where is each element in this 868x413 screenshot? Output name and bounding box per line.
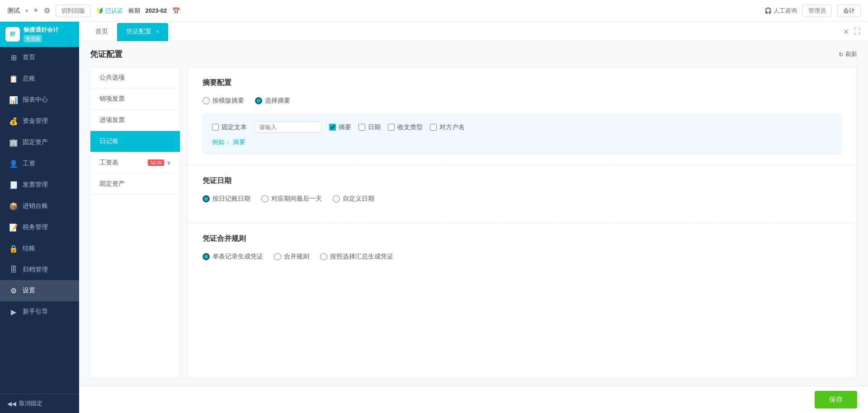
select-summary-radio[interactable]: [320, 253, 327, 260]
tab-bar: 首页 凭证配置 × ✕ ⛶: [79, 22, 868, 42]
summary-checkbox[interactable]: [329, 124, 336, 131]
new-badge: NEW: [148, 160, 164, 166]
page-content: 凭证配置 ↻ 刷新 公共选项 销项发票 进项发票: [79, 42, 868, 386]
sidebar-item-purchase-sale[interactable]: 📦 进销台账: [0, 196, 79, 217]
merge-radio-group: 单条记录生成凭证 合并规则 按照选择汇总生成凭证: [203, 253, 842, 261]
sidebar-item-home[interactable]: ⊞ 首页: [0, 47, 79, 68]
left-nav-payroll-label: 工资表: [99, 159, 118, 167]
left-nav-fixed-asset-label: 固定资产: [99, 180, 125, 188]
journal-date-radio[interactable]: [203, 195, 210, 202]
left-nav-fixed-asset[interactable]: 固定资产: [90, 174, 180, 195]
sidebar-item-salary[interactable]: 👤 工资: [0, 153, 79, 174]
sidebar-item-close[interactable]: 🔒 结账: [0, 238, 79, 259]
date-title: 凭证日期: [203, 176, 842, 186]
unpin-button[interactable]: ◀◀ 取消固定: [0, 394, 79, 413]
tab-home-label: 首页: [95, 28, 108, 35]
add-project-icon[interactable]: +: [33, 6, 38, 15]
template-radio[interactable]: [203, 97, 210, 104]
income-type-checkbox-text: 收支类型: [397, 123, 423, 131]
calendar-icon[interactable]: 📅: [172, 7, 180, 14]
fixed-text-checkbox-label[interactable]: 固定文本: [212, 123, 247, 131]
select-summary-radio-label[interactable]: 按照选择汇总生成凭证: [320, 253, 393, 261]
consult-button[interactable]: 🎧 人工咨询: [764, 7, 797, 15]
switch-version-button[interactable]: 切到旧版: [56, 5, 91, 17]
refresh-icon: ↻: [839, 51, 844, 58]
merge-rule-radio[interactable]: [274, 253, 281, 260]
sidebar-item-fund[interactable]: 💰 资金管理: [0, 111, 79, 132]
verified-badge: 🔰 已认证: [96, 7, 123, 15]
left-nav-journal[interactable]: 日记账: [90, 131, 180, 152]
bottom-bar: 保存: [79, 386, 868, 413]
counterpart-checkbox-text: 对方户名: [439, 123, 465, 131]
sidebar: 好 畅捷通好会计 专业版 ⊞ 首页 📋 总账 📊 报表中心 💰 资金管理: [0, 22, 79, 413]
sidebar-item-settings[interactable]: ⚙ 设置: [0, 280, 79, 301]
tab-close-icon[interactable]: ×: [156, 28, 159, 35]
fixed-text-checkbox[interactable]: [212, 124, 219, 131]
pro-badge: 专业版: [24, 35, 42, 42]
sidebar-item-report[interactable]: 📊 报表中心: [0, 89, 79, 111]
sidebar-item-archive[interactable]: 🗄 归档管理: [0, 259, 79, 280]
select-summary-radio-text: 按照选择汇总生成凭证: [330, 253, 393, 261]
left-nav-public[interactable]: 公共选项: [90, 67, 180, 89]
admin-button[interactable]: 管理员: [802, 5, 832, 17]
last-day-radio-label[interactable]: 对应期间最后一天: [261, 195, 322, 203]
date-section: 凭证日期 按日记账日期 对应期间最后一天: [188, 165, 857, 223]
income-type-checkbox-label[interactable]: 收支类型: [388, 123, 423, 131]
sidebar-label-settings: 设置: [23, 286, 35, 295]
left-nav: 公共选项 销项发票 进项发票 日记账 工资表 NEW: [90, 67, 180, 379]
custom-date-radio-text: 自定义日期: [343, 195, 374, 203]
sidebar-item-asset[interactable]: 🏢 固定资产: [0, 132, 79, 153]
date-radio-group: 按日记账日期 对应期间最后一天 自定义日期: [203, 195, 842, 203]
expand-tab-button[interactable]: ⛶: [854, 27, 861, 36]
left-nav-sales-label: 销项发票: [99, 95, 125, 103]
counterpart-checkbox[interactable]: [430, 124, 437, 131]
select-radio[interactable]: [255, 97, 262, 104]
tab-home[interactable]: 首页: [86, 23, 117, 41]
close-tab-button[interactable]: ✕: [843, 27, 849, 36]
custom-date-radio[interactable]: [333, 195, 340, 202]
select-radio-label[interactable]: 选择摘要: [255, 97, 290, 105]
save-button[interactable]: 保存: [815, 391, 857, 408]
template-radio-label[interactable]: 按模版摘要: [203, 97, 244, 105]
invoice-icon: 🧾: [9, 181, 18, 189]
summary-title: 摘要配置: [203, 78, 842, 88]
sidebar-item-ledger[interactable]: 📋 总账: [0, 68, 79, 89]
single-radio[interactable]: [203, 253, 210, 260]
sidebar-item-guide[interactable]: ▶ 新手引导: [0, 301, 79, 323]
last-day-radio[interactable]: [261, 195, 269, 202]
date-checkbox-label[interactable]: 日期: [359, 123, 381, 131]
summary-checkbox-text: 摘要: [339, 123, 351, 131]
fixed-text-input[interactable]: [254, 122, 322, 133]
settings-icon[interactable]: ⚙: [44, 6, 50, 15]
refresh-button[interactable]: ↻ 刷新: [839, 50, 857, 58]
merge-rule-radio-label[interactable]: 合并规则: [274, 253, 309, 261]
dropdown-icon[interactable]: ▾: [25, 8, 28, 14]
tax-icon: 📝: [9, 223, 18, 232]
journal-date-radio-label[interactable]: 按日记账日期: [203, 195, 250, 203]
sidebar-item-invoice[interactable]: 🧾 发票管理: [0, 174, 79, 196]
left-nav-payroll[interactable]: 工资表 NEW ∨: [90, 152, 180, 174]
period-label: 账期: [128, 7, 140, 15]
ledger-icon: 📋: [9, 75, 18, 83]
sidebar-item-tax[interactable]: 📝 税务管理: [0, 217, 79, 238]
tab-voucher-config[interactable]: 凭证配置 ×: [117, 23, 168, 41]
summary-checkbox-label[interactable]: 摘要: [329, 123, 351, 131]
asset-icon: 🏢: [9, 138, 18, 147]
refresh-label: 刷新: [845, 50, 857, 58]
counterpart-checkbox-label[interactable]: 对方户名: [430, 123, 465, 131]
merge-title: 凭证合并规则: [203, 234, 842, 244]
income-type-checkbox[interactable]: [388, 124, 395, 131]
unpin-label: 取消固定: [19, 399, 42, 408]
single-radio-label[interactable]: 单条记录生成凭证: [203, 253, 263, 261]
date-checkbox[interactable]: [359, 124, 365, 131]
date-checkbox-text: 日期: [368, 123, 381, 131]
home-icon: ⊞: [9, 53, 18, 62]
left-nav-purchase-invoice[interactable]: 进项发票: [90, 110, 180, 131]
accountant-button[interactable]: 会计: [837, 5, 861, 17]
left-nav-sales-invoice[interactable]: 销项发票: [90, 89, 180, 110]
left-nav-journal-label: 日记账: [99, 137, 118, 145]
content-area: 首页 凭证配置 × ✕ ⛶ 凭证配置 ↻ 刷新: [79, 22, 868, 413]
summary-radio-group: 按模版摘要 选择摘要: [203, 97, 842, 105]
guide-icon: ▶: [9, 308, 18, 316]
custom-date-radio-label[interactable]: 自定义日期: [333, 195, 374, 203]
